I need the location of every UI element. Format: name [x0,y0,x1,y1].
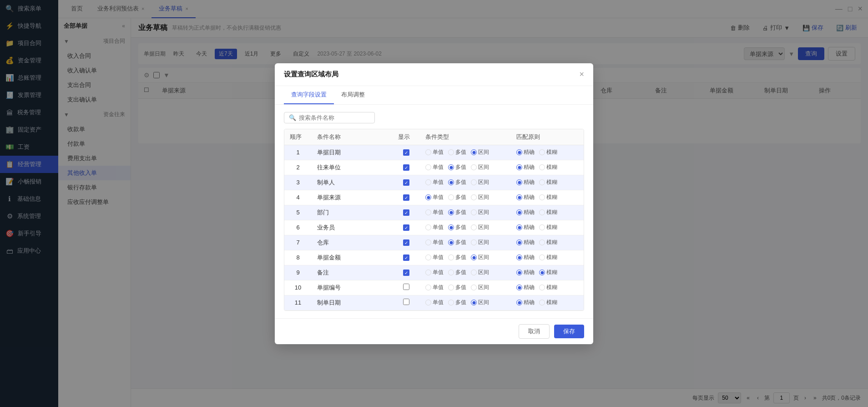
radio-dot-multi [448,239,454,245]
radio-type-single[interactable]: 单值 [425,254,444,261]
radio-match-fuzzy[interactable]: 模糊 [539,299,557,306]
radio-type-range[interactable]: 区间 [471,269,489,276]
radio-match-exact[interactable]: 精确 [516,269,535,276]
modal-tabs: 查询字段设置 布局调整 [275,86,593,105]
modal-search-input[interactable] [299,114,367,121]
radio-match-fuzzy[interactable]: 模糊 [539,148,557,156]
show-checkbox[interactable] [403,284,409,290]
radio-type-multi[interactable]: 多值 [448,269,466,276]
radio-type-multi[interactable]: 多值 [448,239,466,246]
radio-type-single[interactable]: 单值 [425,193,444,201]
radio-type-multi[interactable]: 多值 [448,148,466,156]
radio-match-fuzzy[interactable]: 模糊 [539,239,557,246]
radio-type-single[interactable]: 单值 [425,163,444,171]
radio-match-fuzzy[interactable]: 模糊 [539,224,557,231]
radio-type-multi[interactable]: 多值 [448,193,466,201]
radio-type-range[interactable]: 区间 [471,224,489,231]
row-show-checkbox[interactable] [393,235,420,250]
radio-match-fuzzy[interactable]: 模糊 [539,163,557,171]
modal-overlay: 设置查询区域布局 × 查询字段设置 布局调整 🔍 顺序 条件名称 [0,0,868,407]
row-show-checkbox[interactable] [393,175,420,190]
modal-tab-query-fields[interactable]: 查询字段设置 [284,86,334,104]
show-checked-icon[interactable] [403,194,409,201]
radio-type-multi[interactable]: 多值 [448,284,466,291]
radio-type-multi[interactable]: 多值 [448,209,466,216]
row-show-checkbox[interactable] [393,250,420,265]
show-checkbox[interactable] [403,299,409,305]
row-condition-name: 部门 [312,205,393,220]
show-checked-icon[interactable] [403,224,409,231]
radio-dot-multi [448,224,454,230]
radio-match-exact[interactable]: 精确 [516,178,535,186]
radio-type-multi[interactable]: 多值 [448,163,466,171]
modal-cancel-button[interactable]: 取消 [519,324,550,339]
radio-type-range[interactable]: 区间 [471,178,489,186]
radio-type-range[interactable]: 区间 [471,193,489,201]
row-show-checkbox[interactable] [393,295,420,310]
radio-type-single[interactable]: 单值 [425,224,444,231]
radio-match-dot-fuzzy [539,239,545,245]
row-show-checkbox[interactable] [393,265,420,280]
show-checked-icon[interactable] [403,149,409,156]
radio-type-range[interactable]: 区间 [471,299,489,306]
radio-type-single[interactable]: 单值 [425,178,444,186]
radio-match-fuzzy[interactable]: 模糊 [539,269,557,276]
radio-type-single[interactable]: 单值 [425,269,444,276]
modal-save-button[interactable]: 保存 [554,325,584,338]
row-order: 1 [284,145,312,160]
radio-type-single[interactable]: 单值 [425,209,444,216]
radio-type-range[interactable]: 区间 [471,209,489,216]
modal-table-row: 1单据日期单值多值区间精确模糊 [284,145,584,160]
modal-header: 设置查询区域布局 × [275,63,593,86]
show-checked-icon[interactable] [403,164,409,171]
radio-match-exact[interactable]: 精确 [516,163,535,171]
show-checked-icon[interactable] [403,254,409,261]
radio-match-exact[interactable]: 精确 [516,193,535,201]
radio-type-single[interactable]: 单值 [425,148,444,156]
show-checked-icon[interactable] [403,209,409,216]
show-checked-icon[interactable] [403,179,409,186]
row-condition-type: 单值多值区间 [420,220,511,235]
radio-type-multi[interactable]: 多值 [448,178,466,186]
modal-close-button[interactable]: × [579,70,584,79]
radio-match-fuzzy[interactable]: 模糊 [539,193,557,201]
radio-match-dot-exact [516,209,522,215]
row-condition-type: 单值多值区间 [420,265,511,280]
radio-type-single[interactable]: 单值 [425,299,444,306]
radio-match-exact[interactable]: 精确 [516,284,535,291]
radio-dot-single [425,194,431,200]
row-show-checkbox[interactable] [393,190,420,205]
row-show-checkbox[interactable] [393,145,420,160]
row-order: 4 [284,190,312,205]
show-checked-icon[interactable] [403,270,409,276]
row-show-checkbox[interactable] [393,280,420,295]
radio-type-single[interactable]: 单值 [425,284,444,291]
row-show-checkbox[interactable] [393,160,420,175]
radio-type-multi[interactable]: 多值 [448,254,466,261]
show-checked-icon[interactable] [403,239,409,246]
radio-type-range[interactable]: 区间 [471,254,489,261]
radio-type-single[interactable]: 单值 [425,239,444,246]
radio-match-fuzzy[interactable]: 模糊 [539,178,557,186]
radio-type-range[interactable]: 区间 [471,148,489,156]
radio-match-exact[interactable]: 精确 [516,299,535,306]
row-condition-type: 单值多值区间 [420,250,511,265]
radio-match-exact[interactable]: 精确 [516,209,535,216]
radio-type-range[interactable]: 区间 [471,163,489,171]
radio-match-fuzzy[interactable]: 模糊 [539,284,557,291]
row-show-checkbox[interactable] [393,205,420,220]
row-show-checkbox[interactable] [393,220,420,235]
radio-type-range[interactable]: 区间 [471,284,489,291]
radio-match-exact[interactable]: 精确 [516,224,535,231]
radio-match-fuzzy[interactable]: 模糊 [539,209,557,216]
radio-match-exact[interactable]: 精确 [516,239,535,246]
radio-type-multi[interactable]: 多值 [448,299,466,306]
modal-table-row: 9备注单值多值区间精确模糊 [284,265,584,280]
radio-match-exact[interactable]: 精确 [516,148,535,156]
radio-type-range[interactable]: 区间 [471,239,489,246]
radio-type-multi[interactable]: 多值 [448,224,466,231]
radio-match-fuzzy[interactable]: 模糊 [539,254,557,261]
modal-tab-layout[interactable]: 布局调整 [334,86,372,104]
radio-match-dot-exact [516,224,522,230]
radio-match-exact[interactable]: 精确 [516,254,535,261]
